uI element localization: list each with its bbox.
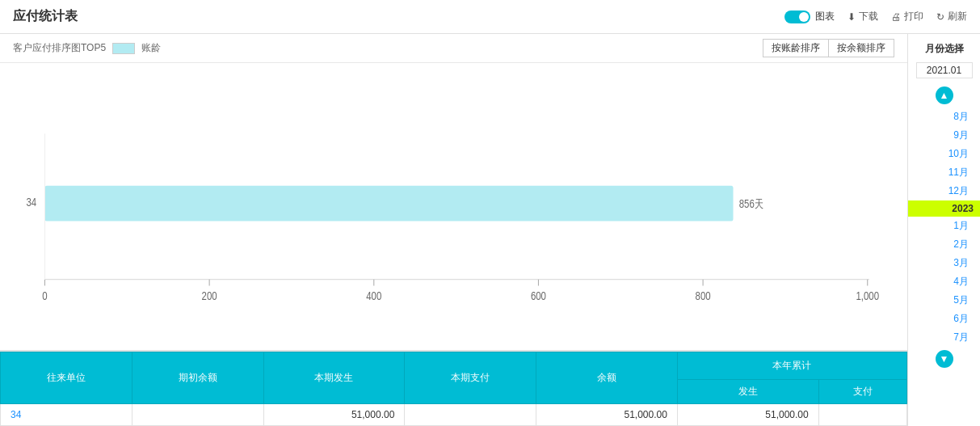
bar-value-label: 856天 <box>739 197 764 211</box>
x-tick-200: 200 <box>202 289 217 303</box>
sidebar-label: 月份选择 <box>908 39 980 59</box>
refresh-icon: ↻ <box>936 11 944 23</box>
month-item[interactable]: 7月 <box>908 328 980 347</box>
toggle-label: 图表 <box>815 10 835 23</box>
y-axis-label: 34 <box>26 196 36 209</box>
table-row: 34 51,000.00 51,000.00 51,000.00 <box>1 404 907 426</box>
chevron-down-icon: ▼ <box>940 354 949 364</box>
sidebar-year-input[interactable] <box>916 62 973 78</box>
col-current-pay: 本期支付 <box>405 352 536 404</box>
month-item[interactable]: 3月 <box>908 254 980 272</box>
cell-ytd-pay <box>818 404 906 426</box>
chart-area: 客户应付排序图TOP5 账龄 按账龄排序 按余额排序 34 856天 <box>0 34 907 426</box>
month-item[interactable]: 6月 <box>908 310 980 328</box>
month-list: 8月9月10月11月12月20231月2月3月4月5月6月7月 <box>908 108 980 347</box>
table-header-row: 往来单位 期初余额 本期发生 本期支付 余额 本年累计 <box>1 352 907 380</box>
page-title: 应付统计表 <box>13 8 78 25</box>
month-item[interactable]: 8月 <box>908 108 980 126</box>
month-item[interactable]: 2月 <box>908 235 980 254</box>
header-actions: 图表 ⬇ 下载 🖨 打印 ↻ 刷新 <box>784 10 967 23</box>
download-icon: ⬇ <box>848 11 856 23</box>
table-wrap: 往来单位 期初余额 本期发生 本期支付 余额 本年累计 发生 支付 <box>0 352 907 426</box>
refresh-label: 刷新 <box>948 10 967 23</box>
cell-opening <box>132 404 263 426</box>
month-item[interactable]: 4月 <box>908 272 980 291</box>
chart-svg: 34 856天 0 200 400 600 <box>13 71 894 342</box>
download-label: 下载 <box>859 10 878 23</box>
supplier-link[interactable]: 34 <box>11 409 21 420</box>
chevron-up-icon: ▲ <box>940 91 949 100</box>
nav-up-button[interactable]: ▲ <box>936 86 953 104</box>
month-item[interactable]: 9月 <box>908 126 980 145</box>
col-opening: 期初余额 <box>132 352 263 404</box>
col-balance: 余额 <box>536 352 678 404</box>
sort-by-account-button[interactable]: 按账龄排序 <box>763 39 828 57</box>
col-ytd: 本年累计 <box>677 352 906 380</box>
table-area: 往来单位 期初余额 本期发生 本期支付 余额 本年累计 发生 支付 <box>0 350 907 426</box>
sort-buttons: 按账龄排序 按余额排序 <box>763 39 894 57</box>
print-label: 打印 <box>904 10 923 23</box>
month-item[interactable]: 5月 <box>908 291 980 310</box>
col-ytd-pay: 支付 <box>818 380 906 404</box>
x-tick-600: 600 <box>531 289 546 303</box>
x-tick-800: 800 <box>696 289 711 303</box>
col-ytd-occur: 发生 <box>677 380 818 404</box>
download-button[interactable]: ⬇ 下载 <box>848 10 878 23</box>
cell-supplier: 34 <box>1 404 132 426</box>
app-container: 应付统计表 图表 ⬇ 下载 🖨 打印 ↻ 刷新 <box>0 0 980 426</box>
print-icon: 🖨 <box>891 11 901 23</box>
month-item[interactable]: 10月 <box>908 145 980 163</box>
chart-toggle[interactable] <box>784 11 810 23</box>
cell-current-occur: 51,000.00 <box>263 404 405 426</box>
x-tick-1000: 1,000 <box>856 289 879 303</box>
cell-balance: 51,000.00 <box>536 404 678 426</box>
right-sidebar: 月份选择 ▲ 8月9月10月11月12月20231月2月3月4月5月6月7月 ▼ <box>907 34 980 426</box>
nav-down-button[interactable]: ▼ <box>936 350 953 368</box>
stats-table: 往来单位 期初余额 本期发生 本期支付 余额 本年累计 发生 支付 <box>0 352 907 426</box>
sort-by-amount-button[interactable]: 按余额排序 <box>828 39 894 57</box>
legend-box <box>112 43 135 54</box>
legend-text: 客户应付排序图TOP5 <box>13 41 106 55</box>
chart-header: 客户应付排序图TOP5 账龄 按账龄排序 按余额排序 <box>0 34 907 63</box>
col-current-occur: 本期发生 <box>263 352 405 404</box>
table-body: 34 51,000.00 51,000.00 51,000.00 <box>1 404 907 426</box>
month-item[interactable]: 1月 <box>908 217 980 235</box>
cell-ytd-occur: 51,000.00 <box>677 404 818 426</box>
legend-box-label: 账龄 <box>141 41 161 55</box>
chart-toggle-wrap: 图表 <box>784 10 835 23</box>
chart-svg-area: 34 856天 0 200 400 600 <box>0 63 907 350</box>
col-supplier: 往来单位 <box>1 352 132 404</box>
header: 应付统计表 图表 ⬇ 下载 🖨 打印 ↻ 刷新 <box>0 0 980 34</box>
chart-bar <box>44 186 733 221</box>
cell-current-pay <box>405 404 536 426</box>
chart-legend: 客户应付排序图TOP5 账龄 <box>13 41 161 55</box>
x-tick-400: 400 <box>366 289 381 303</box>
month-item[interactable]: 11月 <box>908 163 980 182</box>
print-button[interactable]: 🖨 打印 <box>891 10 923 23</box>
x-tick-0: 0 <box>42 289 47 303</box>
refresh-button[interactable]: ↻ 刷新 <box>936 10 967 23</box>
main-content: 客户应付排序图TOP5 账龄 按账龄排序 按余额排序 34 856天 <box>0 34 980 426</box>
year-marker[interactable]: 2023 <box>908 200 980 217</box>
month-item[interactable]: 12月 <box>908 182 980 200</box>
